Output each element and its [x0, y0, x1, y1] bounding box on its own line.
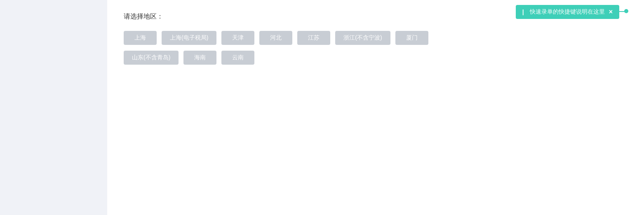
main-content: 请选择地区： 上海上海(电子税局)天津河北江苏浙江(不含宁波)厦门 山东(不含青…	[107, 0, 644, 215]
region-btn-jiangsu[interactable]: 江苏	[297, 31, 330, 45]
left-sidebar	[0, 0, 107, 215]
region-btn-tianjin[interactable]: 天津	[221, 31, 254, 45]
region-btn-shanghai-etax[interactable]: 上海(电子税局)	[162, 31, 216, 45]
tooltip-connector-dot	[624, 9, 628, 13]
region-btn-xiamen[interactable]: 厦门	[395, 31, 428, 45]
region-btn-yunnan[interactable]: 云南	[221, 51, 254, 65]
region-row-2: 山东(不含青岛)海南云南	[124, 51, 628, 65]
region-btn-zhejiang[interactable]: 浙江(不含宁波)	[335, 31, 390, 45]
tooltip-banner: 快速录单的快捷键说明在这里 ×	[516, 5, 619, 19]
region-row-1: 上海上海(电子税局)天津河北江苏浙江(不含宁波)厦门	[124, 31, 628, 45]
region-btn-shanghai[interactable]: 上海	[124, 31, 157, 45]
region-btn-shandong[interactable]: 山东(不含青岛)	[124, 51, 179, 65]
region-btn-hainan[interactable]: 海南	[183, 51, 216, 65]
tooltip-close-button[interactable]: ×	[609, 9, 613, 15]
region-btn-hebei[interactable]: 河北	[259, 31, 292, 45]
tooltip-text: 快速录单的快捷键说明在这里	[530, 8, 605, 16]
